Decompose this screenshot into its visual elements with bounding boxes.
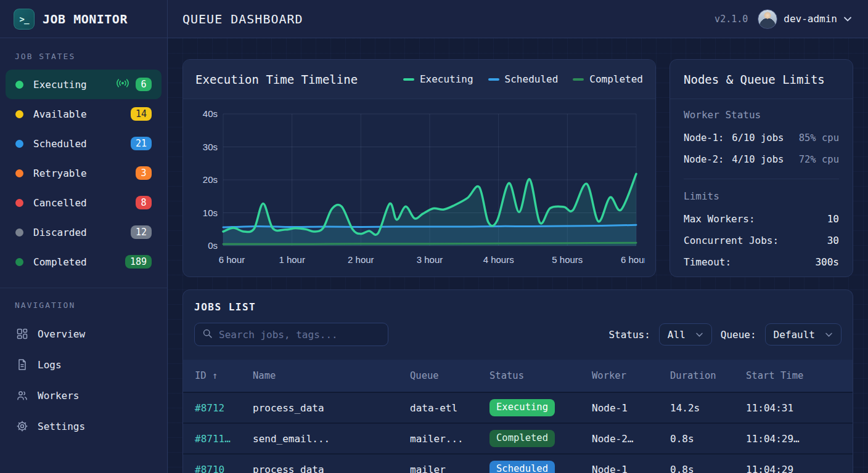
nav-label: Workers (38, 390, 79, 402)
header-right: v2.1.0 dev-admin (714, 9, 852, 29)
jobs-table: ID ↑ Name Queue Status Worker Duration S… (183, 360, 853, 473)
timeline-chart: 0s10s20s30s40s6 hour1 hour2 hour3 hour4 … (183, 99, 655, 277)
version-label: v2.1.0 (714, 14, 748, 25)
svg-text:6 hours: 6 hours (621, 254, 645, 265)
jobs-list-card: JOBS LIST Status: All (182, 289, 853, 473)
job-id-link[interactable]: #8712 (183, 402, 253, 414)
svg-text:10s: 10s (203, 208, 218, 218)
svg-text:5 hours: 5 hours (552, 254, 583, 265)
svg-text:3 hour: 3 hour (417, 254, 443, 265)
column-header-status[interactable]: Status (489, 370, 592, 381)
chevron-down-icon (843, 16, 852, 22)
job-name: process_data (253, 402, 410, 414)
job-worker: Node-1 (592, 464, 670, 473)
state-label: Retryable (33, 168, 87, 179)
chevron-down-icon (695, 332, 703, 338)
filter-controls: Status: All Queue: Default (608, 323, 841, 346)
status-dot (15, 258, 23, 266)
status-filter-select[interactable]: All (659, 323, 712, 346)
sidebar-item-overview[interactable]: Overview (0, 318, 167, 349)
column-header-duration[interactable]: Duration (670, 370, 746, 381)
node-jobs: 6/10 jobs (732, 132, 784, 144)
status-dot (15, 140, 23, 148)
table-row[interactable]: #8712 process_data data-etl Executing No… (183, 392, 853, 422)
timeline-chart-svg: 0s10s20s30s40s6 hour1 hour2 hour3 hour4 … (194, 103, 645, 273)
status-dot (15, 81, 23, 89)
svg-text:2 hour: 2 hour (348, 254, 374, 265)
user-menu[interactable]: dev-admin (758, 9, 852, 29)
sidebar-item-logs[interactable]: Logs (0, 349, 167, 380)
node-2-row: Node-2: 4/10 jobs 72% cpu (684, 148, 839, 170)
timeline-card-header: Execution Time Timeline Executing Schedu… (183, 60, 655, 99)
job-duration: 14.2s (670, 402, 746, 414)
node-label: Node-1: (684, 132, 724, 144)
state-label: Completed (33, 256, 87, 268)
job-worker: Node-2… (592, 433, 670, 445)
jobs-controls: Status: All Queue: Default (194, 323, 841, 346)
sidebar-item-available[interactable]: Available 14 (6, 99, 162, 129)
chevron-down-icon (825, 332, 833, 338)
nav-label: Overview (38, 328, 85, 340)
worker-status-header: Worker Status (684, 109, 839, 121)
nodes-limits-card: Nodes & Queue Limits Worker Status Node-… (669, 59, 853, 277)
limits-section: Limits Max Workers: 10 Concurrent Jobs: … (670, 180, 853, 277)
sidebar-item-cancelled[interactable]: Cancelled 8 (6, 188, 162, 217)
table-header-row: ID ↑ Name Queue Status Worker Duration S… (183, 360, 853, 392)
max-workers-row: Max Workers: 10 (684, 208, 839, 230)
node-1-row: Node-1: 6/10 jobs 85% cpu (684, 127, 839, 148)
job-worker: Node-1 (592, 402, 670, 414)
column-header-id[interactable]: ID ↑ (183, 370, 253, 381)
legend-swatch (403, 78, 414, 81)
node-label: Node-2: (684, 154, 724, 165)
sidebar-item-retryable[interactable]: Retryable 3 (6, 158, 162, 188)
table-row[interactable]: #8710 process_data mailer Scheduled Node… (183, 453, 853, 473)
timeline-title: Execution Time Timeline (195, 73, 358, 86)
count-badge: 14 (131, 107, 152, 121)
state-label: Cancelled (33, 197, 87, 209)
search-box[interactable] (194, 323, 388, 346)
header-main: QUEUE DASHBOARD v2.1.0 dev-admin (168, 0, 868, 38)
status-dot (15, 110, 23, 118)
column-header-worker[interactable]: Worker (592, 370, 670, 381)
nodes-card-title: Nodes & Queue Limits (684, 73, 825, 86)
avatar[interactable] (758, 9, 777, 29)
sidebar-item-workers[interactable]: Workers (0, 380, 167, 411)
svg-text:0s: 0s (208, 240, 218, 251)
job-queue: mailer (410, 464, 489, 473)
sidebar-item-executing[interactable]: Executing 6 (6, 70, 162, 99)
node-cpu: 85% cpu (799, 132, 839, 144)
dashboard-grid-icon (16, 328, 28, 340)
page-body: JOB STATES Executing 6 (0, 38, 868, 473)
limit-value: 30 (827, 235, 839, 246)
user-name: dev-admin (784, 13, 837, 25)
queue-filter-label: Queue: (721, 329, 756, 341)
table-row[interactable]: #8711… send_email... mailer... Completed… (183, 422, 853, 453)
state-label: Executing (33, 79, 87, 91)
sidebar-item-scheduled[interactable]: Scheduled 21 (6, 129, 162, 158)
column-header-start-time[interactable]: Start Time (746, 370, 853, 381)
column-header-queue[interactable]: Queue (410, 370, 489, 381)
search-input[interactable] (219, 329, 380, 341)
document-icon (16, 358, 28, 371)
navigation-header: NAVIGATION (0, 301, 167, 310)
gear-icon (16, 420, 28, 432)
column-header-name[interactable]: Name (253, 370, 410, 381)
job-id-link[interactable]: #8711… (183, 433, 253, 445)
sidebar-item-settings[interactable]: Settings (0, 411, 167, 442)
node-cpu: 72% cpu (799, 154, 839, 165)
node-jobs: 4/10 jobs (732, 154, 784, 165)
terminal-icon: >_ (14, 9, 35, 30)
legend-item-completed: Completed (573, 73, 643, 85)
job-name: process_data (253, 464, 410, 473)
sidebar-item-discarded[interactable]: Discarded 12 (6, 217, 162, 247)
limit-label: Max Workers: (684, 213, 755, 225)
status-badge: Completed (489, 430, 555, 447)
count-badge: 6 (136, 78, 152, 91)
job-name: send_email... (253, 433, 410, 445)
job-id-link[interactable]: #8710 (183, 464, 253, 473)
count-badge: 3 (136, 166, 152, 180)
sidebar: JOB STATES Executing 6 (0, 38, 168, 473)
queue-filter-select[interactable]: Default (765, 323, 841, 346)
status-dot (15, 169, 23, 177)
sidebar-item-completed[interactable]: Completed 189 (6, 247, 162, 277)
